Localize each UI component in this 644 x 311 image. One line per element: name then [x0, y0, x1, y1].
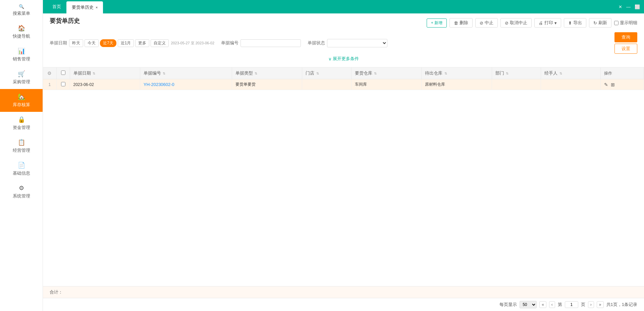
tab-close-icon[interactable]: × [96, 5, 98, 9]
row-doc-type: 要货单要货 [232, 79, 302, 90]
table-row[interactable]: 1 2023-06-02 YH-20230602-0 要货单要货 车间库 原材料… [43, 79, 644, 90]
doc-no-link[interactable]: YH-20230602-0 [144, 82, 174, 87]
window-close-btn[interactable]: ✕ [619, 4, 622, 9]
date-btn-more[interactable]: 更多 [135, 39, 149, 47]
settings-icon[interactable]: ⚙ [47, 71, 52, 76]
tab-active-label: 要货单历史 [72, 4, 94, 10]
filter-section: 要货单历史 + 新增 🗑 删除 ⊘ 中止 ⊘ 取消中止 [43, 13, 644, 68]
sidebar-search[interactable]: 🔍 搜索菜单 [0, 0, 43, 20]
window-max-btn[interactable]: ⬜ [635, 4, 640, 9]
table-footer: 合计： [43, 286, 644, 298]
sidebar-item-basic-info[interactable]: 📄 基础信息 [0, 158, 43, 180]
show-detail-toggle[interactable]: 显示明细 [614, 20, 637, 26]
th-handler[interactable]: 经手人 ⇅ [541, 68, 601, 79]
sidebar-item-ops[interactable]: 📋 经营管理 [0, 135, 43, 158]
tab-home[interactable]: 首页 [47, 0, 66, 13]
sort-icon-handler: ⇅ [559, 72, 562, 75]
date-btn-yesterday[interactable]: 昨天 [69, 39, 83, 47]
th-doc-date[interactable]: 单据日期 ⇅ [70, 68, 140, 79]
print-button[interactable]: 🖨 打印 ▾ [534, 18, 561, 28]
row-handler [541, 79, 601, 90]
row-doc-no[interactable]: YH-20230602-0 [140, 79, 232, 90]
expand-conditions-btn[interactable]: ∨ 展开更多条件 [328, 56, 359, 62]
sidebar-item-label: 经营管理 [13, 147, 30, 153]
home-icon: 🏠 [18, 25, 25, 32]
th-dept[interactable]: 部门 ⇅ [492, 68, 541, 79]
row-doc-date: 2023-06-02 [70, 79, 140, 90]
query-button[interactable]: 查询 [614, 32, 637, 42]
doc-no-label: 单据编号 [221, 40, 238, 46]
page-input[interactable] [565, 301, 578, 308]
sidebar-item-purchase[interactable]: 🛒 采购管理 [0, 66, 43, 89]
sidebar-item-inventory[interactable]: 🏡 库存核算 [0, 89, 43, 112]
date-buttons: 昨天 今天 近7天 近1月 更多 自定义 [69, 39, 169, 47]
sidebar-item-sys[interactable]: ⚙ 系统管理 [0, 180, 43, 203]
row-dept [492, 79, 541, 90]
th-doc-type[interactable]: 单据类型 ⇅ [232, 68, 302, 79]
date-range-display: 2023-05-27 至 2023-06-02 [171, 41, 214, 46]
sidebar: 🔍 搜索菜单 🏠 快捷导航 📊 销售管理 🛒 采购管理 🏡 库存核算 🔒 资金管… [0, 0, 43, 311]
cancel-stop-icon: ⊘ [505, 20, 508, 26]
next-page-btn[interactable]: › [588, 301, 594, 308]
topbar: 首页 要货单历史 × ✕ — ⬜ [43, 0, 644, 13]
sidebar-item-label: 基础信息 [13, 170, 30, 176]
sidebar-item-sales[interactable]: 📊 销售管理 [0, 43, 43, 66]
status-select[interactable] [327, 39, 387, 47]
per-page-select[interactable]: 10 20 50 100 [520, 301, 537, 308]
row-checkbox[interactable] [56, 79, 70, 90]
date-btn-custom[interactable]: 自定义 [151, 39, 169, 47]
main-content: 首页 要货单历史 × ✕ — ⬜ 要货单历史 + 新增 🗑 删除 [43, 0, 644, 311]
th-req-warehouse[interactable]: 要货仓库 ⇅ [351, 68, 422, 79]
stop-button[interactable]: ⊘ 中止 [475, 18, 498, 28]
delete-icon: 🗑 [454, 20, 458, 26]
sort-icon-reqwh: ⇅ [374, 72, 377, 75]
cancel-stop-button[interactable]: ⊘ 取消中止 [500, 18, 532, 28]
select-all-checkbox[interactable] [61, 71, 65, 75]
ops-icon: 📋 [18, 139, 25, 146]
sort-icon-type: ⇅ [255, 72, 257, 75]
th-checkbox[interactable] [56, 68, 70, 79]
add-button[interactable]: + 新增 [427, 18, 447, 28]
date-btn-today[interactable]: 今天 [85, 39, 99, 47]
refresh-button[interactable]: ↻ 刷新 [589, 18, 611, 28]
page-title: 要货单历史 [50, 17, 80, 25]
sidebar-item-finance[interactable]: 🔒 资金管理 [0, 112, 43, 135]
export-button[interactable]: ⬆ 导出 [564, 18, 586, 28]
chevron-down-icon: ∨ [328, 56, 332, 61]
page-label: 第 [558, 302, 562, 308]
row-edit-btn[interactable]: ✎ [604, 82, 608, 87]
sidebar-item-label: 系统管理 [13, 193, 30, 199]
th-action: 操作 [601, 68, 644, 79]
th-store[interactable]: 门店 ⇅ [302, 68, 351, 79]
sidebar-item-quick-nav[interactable]: 🏠 快捷导航 [0, 20, 43, 43]
finance-icon: 🔒 [18, 116, 25, 123]
prev-page-btn[interactable]: ‹ [549, 301, 555, 308]
date-btn-7days[interactable]: 近7天 [100, 39, 116, 47]
first-page-btn[interactable]: « [539, 301, 546, 308]
th-pending-warehouse[interactable]: 待出仓库 ⇅ [422, 68, 492, 79]
th-settings[interactable]: ⚙ [43, 68, 56, 79]
row-delete-btn[interactable]: ⊞ [611, 82, 615, 87]
row-store [302, 79, 351, 90]
date-filter-label: 单据日期 [50, 40, 67, 46]
sidebar-item-label: 资金管理 [13, 125, 30, 131]
delete-button[interactable]: 🗑 删除 [449, 18, 473, 28]
sales-icon: 📊 [18, 47, 25, 55]
window-min-btn[interactable]: — [626, 4, 631, 9]
status-filter-group: 单据状态 [308, 39, 387, 47]
show-detail-checkbox[interactable] [614, 21, 619, 25]
th-doc-no[interactable]: 单据编号 ⇅ [140, 68, 232, 79]
tab-active[interactable]: 要货单历史 × [66, 1, 103, 13]
expand-filter-row: ∨ 展开更多条件 [50, 54, 637, 64]
last-page-btn[interactable]: » [597, 301, 604, 308]
row-num: 1 [43, 79, 56, 90]
date-btn-1month[interactable]: 近1月 [118, 39, 134, 47]
basic-info-icon: 📄 [18, 162, 25, 169]
sort-icon-docno: ⇅ [163, 72, 165, 75]
sidebar-search-label: 搜索菜单 [13, 10, 30, 16]
sort-icon-date: ⇅ [93, 72, 95, 75]
doc-no-input[interactable] [240, 39, 301, 47]
settings-button[interactable]: 设置 [614, 44, 637, 54]
purchase-icon: 🛒 [18, 70, 25, 78]
sort-icon-dept: ⇅ [506, 72, 508, 75]
